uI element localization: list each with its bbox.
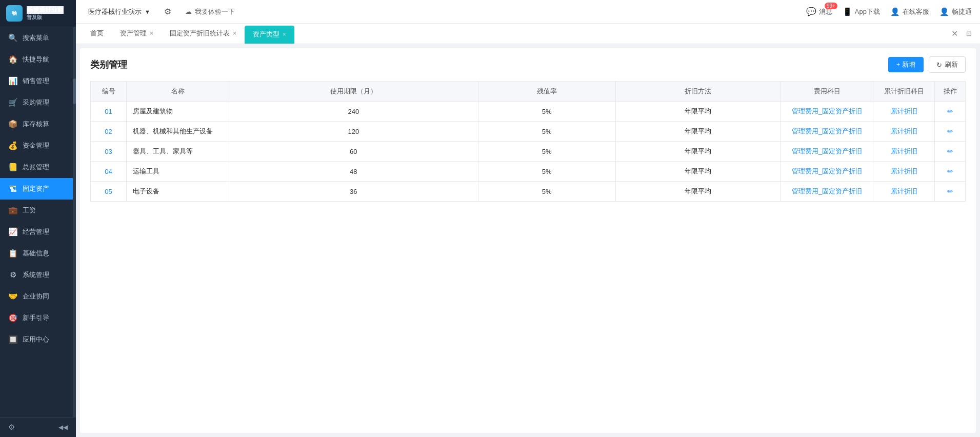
cell-expense: 管理费用_固定资产折旧: [781, 182, 873, 202]
sidebar-item-salary[interactable]: 💼 工资: [0, 200, 73, 221]
tab-asset-type[interactable]: 资产类型 ×: [245, 26, 294, 44]
cell-method: 年限平均: [615, 162, 781, 182]
cell-residual: 5%: [478, 182, 615, 202]
company-name: 医疗器械行业演示: [88, 7, 142, 16]
cell-expense: 管理费用_固定资产折旧: [781, 142, 873, 162]
cell-action[interactable]: ✏: [935, 102, 966, 122]
cell-code: 01: [91, 102, 127, 122]
edit-icon[interactable]: ✏: [947, 187, 953, 195]
edit-icon[interactable]: ✏: [947, 107, 953, 115]
sidebar-item-operations[interactable]: 📈 经营管理: [0, 221, 73, 243]
tab-fixed-asset-stats-label: 固定资产折旧统计表: [170, 29, 230, 38]
cell-action[interactable]: ✏: [935, 142, 966, 162]
search-icon: 🔍: [8, 33, 17, 43]
messages-button[interactable]: 💬 消息 99: [806, 7, 832, 16]
tab-asset-management[interactable]: 资产管理 ×: [112, 24, 162, 44]
cell-method: 年限平均: [615, 142, 781, 162]
sidebar-item-inventory[interactable]: 📦 库存核算: [0, 113, 73, 135]
cell-residual: 5%: [478, 162, 615, 182]
cell-residual: 5%: [478, 102, 615, 122]
basic-info-icon: 📋: [8, 249, 17, 258]
page-actions: + 新增 ↻ 刷新: [888, 56, 966, 73]
col-header-4: 折旧方法: [615, 82, 781, 102]
refresh-button[interactable]: ↻ 刷新: [929, 56, 966, 73]
edit-icon[interactable]: ✏: [947, 147, 953, 155]
settings-footer-icon[interactable]: ⚙: [8, 423, 15, 432]
user-profile-button[interactable]: 👤 畅捷通: [939, 7, 972, 16]
sidebar-item-ledger[interactable]: 📒 总账管理: [0, 156, 73, 178]
sidebar-item-system[interactable]: ⚙ 系统管理: [0, 264, 73, 286]
purchase-icon: 🛒: [8, 98, 17, 107]
fixed-assets-icon: 🏗: [8, 184, 17, 193]
sidebar-item-guide[interactable]: 🎯 新手引导: [0, 307, 73, 329]
tab-asset-type-label: 资产类型: [253, 30, 279, 39]
cell-method: 年限平均: [615, 102, 781, 122]
company-selector[interactable]: 医疗器械行业演示 ▼: [84, 5, 154, 18]
col-header-1: 名称: [127, 82, 229, 102]
sidebar-item-search[interactable]: 🔍 搜索菜单: [0, 27, 73, 49]
page-title: 类别管理: [90, 58, 127, 71]
sidebar: 畅 畅捷通好业财 普及版 🔍 搜索菜单 🏠 快捷导航 📊 销售管理 🛒 采购管理…: [0, 0, 76, 437]
cell-expense: 管理费用_固定资产折旧: [781, 102, 873, 122]
cell-method: 年限平均: [615, 122, 781, 142]
topbar-settings-icon[interactable]: ⚙: [161, 5, 175, 19]
topbar: 医疗器械行业演示 ▼ ⚙ ☁ 我要体验一下 💬 消息 99 📱 App下载 👤 …: [76, 0, 980, 24]
dropdown-icon: ▼: [145, 9, 150, 15]
cell-period: 48: [229, 162, 478, 182]
edit-icon[interactable]: ✏: [947, 167, 953, 175]
sidebar-item-app-center[interactable]: 🔲 应用中心: [0, 329, 73, 350]
table-header-row: 编号名称使用期限（月）残值率折旧方法费用科目累计折旧科目操作: [91, 82, 966, 102]
sidebar-footer: ⚙ ◀◀: [0, 417, 76, 437]
sidebar-item-purchase[interactable]: 🛒 采购管理: [0, 92, 73, 113]
app-download-button[interactable]: 📱 App下载: [843, 7, 880, 16]
sidebar-item-quick-nav[interactable]: 🏠 快捷导航: [0, 49, 73, 70]
cell-action[interactable]: ✏: [935, 122, 966, 142]
sidebar-item-capital[interactable]: 💰 资金管理: [0, 135, 73, 156]
system-icon: ⚙: [8, 270, 17, 280]
avatar-icon: 👤: [939, 7, 949, 16]
experience-button[interactable]: ☁ 我要体验一下: [181, 5, 239, 18]
download-icon: 📱: [843, 7, 852, 16]
message-icon: 💬: [806, 7, 816, 16]
table-row: 03器具、工具、家具等605%年限平均管理费用_固定资产折旧累计折旧✏: [91, 142, 966, 162]
table-row: 02机器、机械和其他生产设备1205%年限平均管理费用_固定资产折旧累计折旧✏: [91, 122, 966, 142]
app-center-icon: 🔲: [8, 335, 17, 344]
sidebar-item-enterprise[interactable]: 🤝 企业协同: [0, 286, 73, 307]
cell-method: 年限平均: [615, 182, 781, 202]
tab-asset-management-close[interactable]: ×: [150, 30, 153, 37]
edit-icon[interactable]: ✏: [947, 127, 953, 135]
window-close-button[interactable]: ✕: [949, 29, 960, 38]
sidebar-label-fixed-assets: 固定资产: [23, 184, 49, 193]
cell-accumulated: 累计折旧: [873, 142, 935, 162]
cell-name: 机器、机械和其他生产设备: [127, 122, 229, 142]
sidebar-label-basic-info: 基础信息: [23, 249, 49, 258]
online-service-button[interactable]: 👤 在线客服: [890, 7, 929, 16]
cell-expense: 管理费用_固定资产折旧: [781, 122, 873, 142]
sidebar-item-fixed-assets[interactable]: 🏗 固定资产: [0, 178, 73, 200]
cell-period: 240: [229, 102, 478, 122]
tab-asset-management-label: 资产管理: [120, 29, 147, 38]
tab-asset-type-close[interactable]: ×: [283, 31, 286, 38]
cell-code: 05: [91, 182, 127, 202]
collapse-icon[interactable]: ◀◀: [58, 424, 68, 431]
tab-fixed-asset-stats-close[interactable]: ×: [233, 30, 236, 37]
new-button[interactable]: + 新增: [888, 57, 924, 72]
table-row: 04运输工具485%年限平均管理费用_固定资产折旧累计折旧✏: [91, 162, 966, 182]
cell-residual: 5%: [478, 122, 615, 142]
logo-icon: 畅: [6, 5, 23, 22]
sidebar-item-basic-info[interactable]: 📋 基础信息: [0, 243, 73, 264]
col-header-3: 残值率: [478, 82, 615, 102]
window-maximize-button[interactable]: ⊡: [964, 30, 974, 37]
refresh-icon: ↻: [936, 61, 942, 69]
tab-home[interactable]: 首页: [82, 24, 112, 44]
sidebar-label-system: 系统管理: [23, 270, 49, 280]
cell-code: 03: [91, 142, 127, 162]
sidebar-item-sales[interactable]: 📊 销售管理: [0, 70, 73, 92]
cell-accumulated: 累计折旧: [873, 102, 935, 122]
cell-action[interactable]: ✏: [935, 182, 966, 202]
cell-action[interactable]: ✏: [935, 162, 966, 182]
service-icon: 👤: [890, 7, 900, 16]
sidebar-label-purchase: 采购管理: [23, 98, 49, 107]
content-area: 类别管理 + 新增 ↻ 刷新 编号名称使用期限（月）残值率折旧方法费用科目累计折…: [80, 48, 976, 433]
tab-fixed-asset-stats[interactable]: 固定资产折旧统计表 ×: [162, 24, 245, 44]
